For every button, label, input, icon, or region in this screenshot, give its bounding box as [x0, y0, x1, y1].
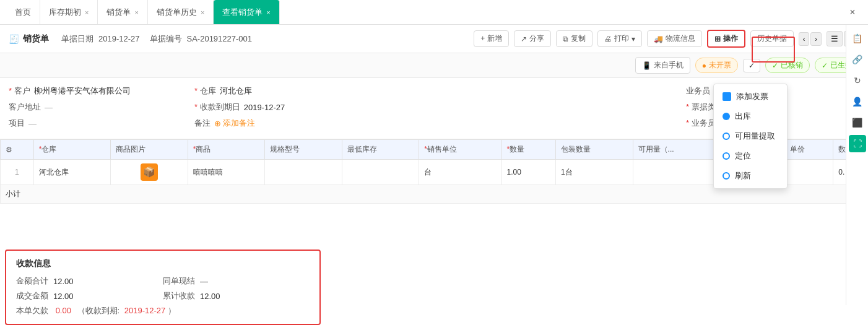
total-row: 金额合计 12.00 — [16, 276, 163, 287]
row-price — [784, 160, 833, 185]
col-unit: *销售单位 — [419, 140, 501, 160]
window-close-button[interactable]: × — [843, 3, 862, 22]
share-button[interactable]: ↗ 分享 — [514, 30, 551, 47]
effect-icon: ✓ — [822, 61, 828, 70]
sidebar-user-icon[interactable]: 👤 — [849, 93, 866, 110]
menu-locate[interactable]: 定位 — [714, 146, 787, 166]
col-qty: *数量 — [501, 140, 555, 160]
row-seq: 1 — [1, 160, 34, 185]
new-button[interactable]: + 新增 — [474, 30, 508, 47]
logistics-icon: 🚚 — [654, 35, 663, 43]
due-date-value: 2019-12-27 — [124, 306, 166, 315]
logistics-button[interactable]: 🚚 物流信息 — [647, 30, 702, 47]
tab-view-sales[interactable]: 查看销货单 × — [214, 0, 279, 24]
copy-button[interactable]: ⧉ 复制 — [556, 30, 592, 47]
menu-outbound[interactable]: 出库 — [714, 106, 787, 126]
tab-view-sales-close[interactable]: × — [266, 9, 270, 16]
row-min-stock — [342, 160, 419, 185]
note-label: 备注 — [194, 118, 210, 129]
this-order-label: 本单欠款 — [16, 306, 48, 315]
employee-label: 业务员 — [686, 85, 710, 97]
sidebar-doc-icon[interactable]: 📋 — [849, 30, 866, 47]
project-label: 项目 — [9, 118, 25, 129]
operation-icon: ⊞ — [714, 35, 721, 43]
verified-icon: ✓ — [772, 61, 778, 70]
doc-title: 销货单 — [23, 33, 49, 45]
project-value: — — [28, 119, 37, 128]
deal-amount-label: 成交金额 — [16, 290, 48, 302]
tab-home-label: 首页 — [15, 7, 31, 18]
col-spec: 规格型号 — [265, 140, 342, 160]
col-price: 单价 — [784, 140, 833, 160]
payment-date-value: 2019-12-27 — [244, 103, 285, 112]
project-field: 项目 — — [9, 118, 182, 129]
customer-field: * 客户 柳州粤港平安气体有限公司 — [9, 85, 182, 97]
row-unit: 台 — [419, 160, 501, 185]
next-button[interactable]: › — [810, 32, 822, 46]
check-icon: ✓ — [749, 61, 755, 70]
total-label: 金额合计 — [16, 276, 48, 287]
check-button[interactable]: ✓ — [743, 59, 760, 72]
operation-button[interactable]: ⊞ 操作 — [707, 30, 745, 48]
doc-header: 🧾 销货单 单据日期 2019-12-27 单据编号 SA-20191227-0… — [0, 25, 868, 53]
sidebar-expand-icon[interactable]: ⛶ — [849, 135, 866, 152]
accumulated-label: 累计收款 — [163, 290, 195, 302]
due-date-suffix: ） — [168, 306, 176, 315]
menu-available-qty[interactable]: 可用量提取 — [714, 126, 787, 146]
tab-inventory[interactable]: 库存期初 × — [40, 0, 98, 24]
tab-inventory-close[interactable]: × — [85, 9, 89, 16]
tab-sales-history-close[interactable]: × — [201, 9, 204, 16]
dropdown-menu: 添加发票 出库 可用量提取 定位 刷新 — [713, 84, 788, 189]
address-value: — — [45, 103, 53, 112]
tab-home[interactable]: 首页 — [6, 0, 40, 24]
same-order-value: — — [200, 277, 208, 286]
sidebar-box-icon[interactable]: ⬛ — [849, 114, 866, 131]
due-date-label: （收款到期: — [77, 306, 120, 315]
plus-icon: ⊕ — [214, 119, 221, 128]
warehouse-field: * 仓库 河北仓库 — [194, 85, 368, 97]
note-field: 备注 ⊕ 添加备注 — [194, 118, 368, 129]
tab-bar: 首页 库存期初 × 销货单 × 销货单历史 × 查看销货单 × × — [0, 0, 868, 25]
from-phone-button[interactable]: 📱 来自手机 — [635, 57, 690, 74]
doc-date-label: 单据日期 2019-12-27 — [61, 33, 140, 45]
row-warehouse: 河北仓库 — [33, 160, 111, 185]
print-dropdown-icon: ▾ — [631, 35, 635, 43]
payment-date-label: * 收款到期日 — [194, 102, 240, 113]
locate-icon — [723, 152, 730, 160]
warehouse-value: 河北仓库 — [220, 85, 252, 97]
menu-outbound-label: 出库 — [735, 111, 751, 122]
tab-sales-history[interactable]: 销货单历史 × — [148, 0, 214, 24]
tab-sales-label: 销货单 — [106, 7, 131, 18]
col-image: 商品图片 — [111, 140, 188, 160]
add-note-button[interactable]: ⊕ 添加备注 — [214, 118, 255, 129]
doc-icon: 🧾 — [9, 34, 19, 44]
refresh-icon — [723, 172, 730, 180]
warehouse-label: * 仓库 — [194, 85, 216, 97]
add-invoice-icon — [723, 92, 731, 101]
row-image: 📦 — [111, 160, 188, 185]
same-order-row: 同单现结 — — [163, 276, 310, 287]
history-button[interactable]: 历史单据 — [750, 30, 794, 47]
payment-info-box: 收款信息 金额合计 12.00 同单现结 — 成交金额 12.00 累计收款 1… — [5, 250, 321, 325]
tab-sales-close[interactable]: × — [134, 9, 138, 16]
deal-amount-value: 12.00 — [53, 292, 74, 301]
same-order-label: 同单现结 — [163, 276, 195, 287]
available-qty-icon — [723, 132, 730, 140]
menu-refresh[interactable]: 刷新 — [714, 166, 787, 186]
tab-sales-history-label: 销货单历史 — [157, 7, 197, 18]
print-button[interactable]: 🖨 打印 ▾ — [597, 30, 642, 47]
print-icon: 🖨 — [604, 35, 612, 43]
menu-add-invoice[interactable]: 添加发票 — [714, 87, 787, 106]
accumulated-row: 累计收款 12.00 — [163, 290, 310, 302]
col-product: *商品 — [188, 140, 265, 160]
list-view-button[interactable]: ☰ — [827, 31, 843, 46]
prev-button[interactable]: ‹ — [799, 32, 810, 46]
tab-inventory-label: 库存期初 — [49, 7, 81, 18]
sidebar-link-icon[interactable]: 🔗 — [849, 51, 866, 68]
sidebar-refresh-icon[interactable]: ↻ — [849, 72, 866, 89]
deal-amount-row: 成交金额 12.00 — [16, 290, 163, 302]
payment-title: 收款信息 — [16, 258, 310, 269]
verified-badge: ✓ 已核销 — [765, 58, 810, 73]
doc-actions: + 新增 ↗ 分享 ⧉ 复制 🖨 打印 ▾ 🚚 物流信息 — [474, 30, 859, 48]
tab-sales[interactable]: 销货单 × — [98, 0, 147, 24]
